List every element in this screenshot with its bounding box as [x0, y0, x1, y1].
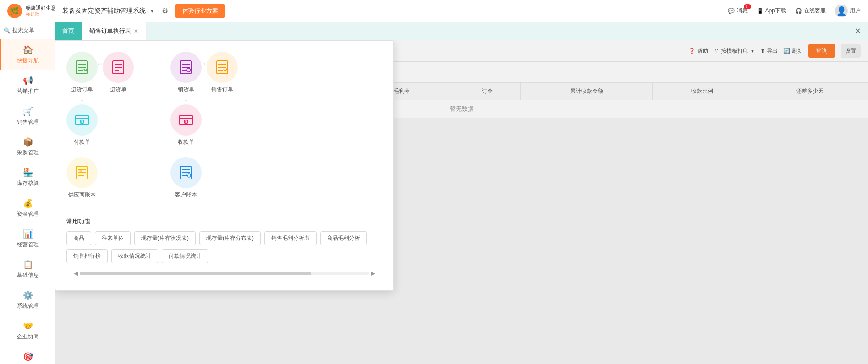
app-download-label: App下载	[765, 7, 786, 15]
online-service-label: 在线客服	[804, 7, 826, 15]
sidebar-item-enterprise[interactable]: 🤝 企业协同	[0, 315, 55, 346]
sidebar-item-label: 库存核算	[17, 179, 39, 187]
tab-home[interactable]: 首页	[55, 22, 82, 40]
modal-overlay[interactable]: 进货订单 ↓ ¥	[55, 40, 868, 364]
sidebar-item-label: 基础信息	[17, 272, 39, 279]
node-receipt-bill[interactable]: ¥ 收款单	[170, 104, 202, 146]
func-btn-product[interactable]: 商品	[66, 231, 91, 245]
logo-area: 🌿 畅康通好生意 标题款	[7, 4, 62, 18]
arrow-down-3: ↓	[80, 148, 84, 155]
inventory-icon: 🏪	[23, 168, 33, 178]
func-btn-sales-gross-analysis[interactable]: 销售毛利分析表	[264, 231, 317, 245]
tab-close-icon[interactable]: ✕	[134, 28, 138, 34]
arrow-down-2: ↓	[184, 95, 188, 103]
func-btn-current-stock-status[interactable]: 现存量(库存状况表)	[134, 231, 196, 245]
sidebar-item-purchase[interactable]: 📦 采购管理	[0, 131, 55, 162]
page-content: ❓ 帮助 🖨 按模板打印 ▼ ⬆ 导出 🔄 刷新 查询 设置	[55, 40, 868, 364]
sidebar-item-system[interactable]: ⚙️ 系统管理	[0, 285, 55, 315]
user-item[interactable]: 👤 用户	[835, 5, 861, 17]
node-customer-account[interactable]: 客户账本	[170, 157, 202, 199]
node-sales-order[interactable]: 销售订单	[207, 52, 238, 93]
node-supplier-account[interactable]: 账 供应商账本	[66, 157, 98, 199]
message-icon: 💬	[728, 8, 735, 14]
supplier-account-circle: 账	[66, 157, 98, 188]
message-item[interactable]: 💬 5 消息	[728, 7, 748, 15]
service-icon: 🎧	[795, 8, 802, 14]
sidebar-item-label: 资金管理	[17, 210, 39, 218]
system-dropdown-btn[interactable]: ▼	[149, 8, 155, 14]
scroll-right-arrow[interactable]: ▶	[371, 270, 375, 277]
func-title: 常用功能	[66, 217, 382, 226]
trial-button[interactable]: 体验行业方案	[175, 4, 225, 18]
sidebar-item-label: 销售管理	[17, 118, 39, 126]
top-header: 🌿 畅康通好生意 标题款 装备及固定资产辅助管理系统 ▼ ⚙ 体验行业方案 💬 …	[0, 0, 868, 22]
enterprise-icon: 🤝	[23, 321, 33, 331]
tab-home-label: 首页	[62, 27, 74, 35]
svg-text:¥: ¥	[80, 120, 83, 124]
func-btn-product-gross-analysis[interactable]: 商品毛利分析	[320, 231, 367, 245]
operations-icon: 📊	[23, 229, 33, 239]
sidebar-item-operations[interactable]: 📊 经营管理	[0, 223, 55, 254]
func-btn-sales-rank[interactable]: 销售排行榜	[66, 249, 108, 263]
workflow-area: 进货订单 ↓ ¥	[66, 52, 382, 199]
sidebar-item-quick-nav[interactable]: 🏠 快捷导航	[0, 39, 55, 70]
sidebar-item-label: 快捷导航	[17, 57, 39, 65]
node-sales-bill[interactable]: 销货单	[170, 52, 202, 93]
sidebar: 🔍 搜索菜单 🏠 快捷导航 📢 营销推广 🛒 销售管理 📦 采购管理 🏪 库存核…	[0, 22, 55, 364]
sales-icon: 🛒	[23, 106, 33, 116]
sidebar-item-sales[interactable]: 🛒 销售管理	[0, 101, 55, 131]
scroll-left-arrow[interactable]: ◀	[74, 270, 78, 277]
sidebar-item-label: 经营管理	[17, 241, 39, 249]
scroll-track[interactable]	[80, 272, 369, 275]
purchase-order-label: 进货订单	[71, 86, 93, 93]
node-purchase-bill[interactable]: 进货单	[103, 52, 134, 93]
tab-close-main-icon[interactable]: ✕	[847, 27, 868, 35]
logo-icon: 🌿	[7, 4, 22, 18]
sidebar-item-label: 系统管理	[17, 302, 39, 310]
receipt-bill-label: 收款单	[178, 138, 194, 146]
search-icon: 🔍	[4, 27, 11, 34]
guide-icon: 🎯	[23, 352, 33, 362]
func-buttons-row2: 销售排行榜 收款情况统计 付款情况统计	[66, 249, 382, 263]
arrow-down-1: ↓	[80, 95, 84, 103]
user-label: 用户	[850, 7, 861, 15]
basic-info-icon: 📋	[23, 260, 33, 270]
arrow-down-4: ↓	[184, 148, 188, 155]
modal-box: 进货订单 ↓ ¥	[55, 40, 394, 291]
sidebar-item-label: 企业协同	[17, 333, 39, 341]
func-btn-payment-stats[interactable]: 付款情况统计	[162, 249, 208, 263]
quick-nav-icon: 🏠	[23, 45, 33, 55]
tab-sales-order-exec[interactable]: 销售订单执行表 ✕	[82, 22, 146, 40]
receipt-bill-circle: ¥	[170, 104, 202, 136]
gear-icon[interactable]: ⚙	[158, 5, 171, 17]
content-area: 首页 销售订单执行表 ✕ ✕ ❓ 帮助 🖨 按模板打印 ▼	[55, 22, 868, 364]
sidebar-item-basic-info[interactable]: 📋 基础信息	[0, 254, 55, 285]
online-service-item[interactable]: 🎧 在线客服	[795, 7, 826, 15]
sidebar-item-marketing[interactable]: 📢 营销推广	[0, 70, 55, 101]
svg-text:¥: ¥	[184, 120, 187, 124]
main-layout: 🔍 搜索菜单 🏠 快捷导航 📢 营销推广 🛒 销售管理 📦 采购管理 🏪 库存核…	[0, 22, 868, 364]
func-btn-counterparty[interactable]: 往来单位	[95, 231, 131, 245]
node-purchase-order[interactable]: 进货订单	[66, 52, 98, 93]
sidebar-item-label: 营销推广	[17, 87, 39, 95]
sales-bill-label: 销货单	[178, 86, 194, 93]
func-btn-current-stock-dist[interactable]: 现存量(库存分布表)	[199, 231, 261, 245]
system-icon: ⚙️	[23, 290, 33, 300]
finance-icon: 💰	[23, 198, 33, 208]
customer-account-circle	[170, 157, 202, 188]
sidebar-search[interactable]: 🔍 搜索菜单	[0, 22, 55, 39]
sidebar-item-guide[interactable]: 🎯 新手引导	[0, 346, 55, 364]
payment-bill-circle: ¥	[66, 104, 98, 136]
purchase-bill-circle	[103, 52, 134, 83]
node-payment-bill[interactable]: ¥ 付款单	[66, 104, 98, 146]
app-download-item[interactable]: 📱 App下载	[757, 7, 786, 15]
sidebar-item-inventory[interactable]: 🏪 库存核算	[0, 162, 55, 193]
common-func: 常用功能 商品 往来单位 现存量(库存状况表) 现存量(库存分布表) 销售毛利分…	[66, 210, 382, 263]
sales-bill-circle	[170, 52, 202, 83]
func-btn-collection-stats[interactable]: 收款情况统计	[111, 249, 158, 263]
app-icon: 📱	[757, 8, 764, 14]
func-buttons-row1: 商品 往来单位 现存量(库存状况表) 现存量(库存分布表) 销售毛利分析表 商品…	[66, 231, 382, 245]
sidebar-item-finance[interactable]: 💰 资金管理	[0, 193, 55, 223]
message-badge: 5	[744, 4, 751, 9]
purchase-order-circle	[66, 52, 98, 83]
